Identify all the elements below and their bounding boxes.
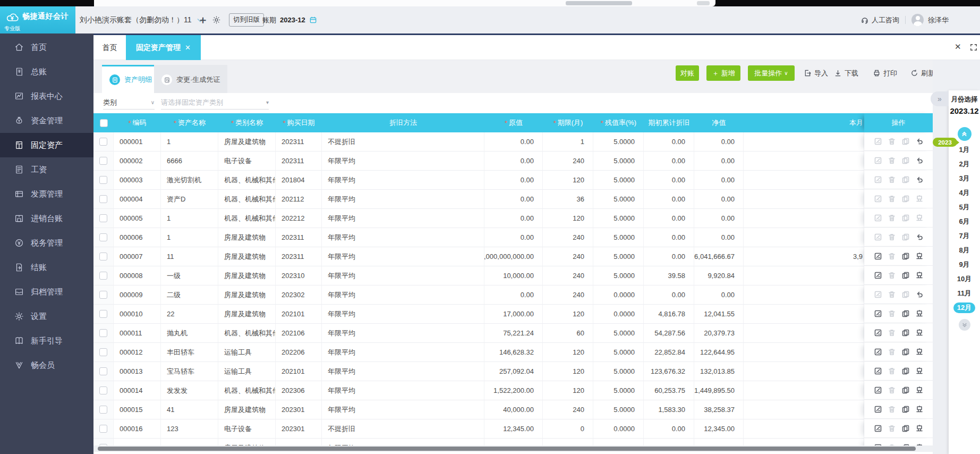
row-checkbox[interactable]	[99, 348, 107, 356]
undo-icon[interactable]	[915, 156, 924, 165]
download-button[interactable]: 下载	[834, 65, 858, 81]
user-name[interactable]: 徐泽华	[928, 15, 949, 25]
sidebar-item-report[interactable]: 报表中心	[0, 84, 93, 108]
clean-icon[interactable]	[915, 252, 924, 260]
edit-icon[interactable]	[874, 424, 882, 433]
voucher-icon[interactable]	[901, 386, 910, 394]
undo-icon[interactable]	[915, 137, 924, 146]
undo-icon[interactable]	[915, 175, 924, 184]
scroll-up-icon[interactable]	[958, 127, 972, 141]
sidebar-item-invoice[interactable]: 发票管理	[0, 182, 93, 206]
row-checkbox[interactable]	[99, 386, 107, 394]
edit-icon[interactable]	[874, 386, 882, 394]
horizontal-scrollbar[interactable]	[93, 445, 933, 452]
subtab-asset-detail[interactable]: 资产明细	[102, 65, 159, 93]
clean-icon[interactable]	[915, 348, 924, 356]
edit-icon[interactable]	[874, 329, 882, 337]
month-item-4[interactable]: 4月	[949, 186, 980, 200]
month-item-11[interactable]: 11月	[949, 286, 980, 300]
row-checkbox[interactable]	[99, 176, 107, 184]
category-type-select[interactable]: 类别 ∨	[103, 96, 155, 110]
undo-icon[interactable]	[915, 290, 924, 299]
add-account-button[interactable]: ＋	[198, 6, 208, 33]
sidebar-item-ledger[interactable]: 总账	[0, 60, 93, 84]
add-button[interactable]: ＋新增	[706, 65, 740, 81]
voucher-icon[interactable]	[901, 405, 910, 414]
support-link[interactable]: 人工咨询	[860, 15, 899, 25]
undo-icon[interactable]	[915, 233, 924, 241]
refresh-button[interactable]: 刷新	[910, 65, 935, 81]
scroll-down-icon[interactable]	[959, 319, 970, 331]
row-checkbox[interactable]	[99, 310, 107, 318]
sidebar-item-closing[interactable]: 结账	[0, 255, 93, 280]
clean-icon[interactable]	[915, 443, 924, 445]
month-item-7[interactable]: 7月	[949, 229, 980, 243]
sidebar-item-inventory[interactable]: 进销台账	[0, 206, 93, 231]
clean-icon[interactable]	[915, 309, 924, 318]
edit-icon[interactable]	[874, 271, 882, 280]
sidebar-item-fund[interactable]: 资金管理	[0, 108, 93, 133]
print-button[interactable]: 打印	[873, 65, 897, 81]
collapse-panel-handle[interactable]: »	[931, 91, 949, 106]
month-item-3[interactable]: 3月	[949, 171, 980, 186]
close-icon[interactable]: ✕	[955, 42, 961, 52]
row-checkbox[interactable]	[99, 272, 107, 280]
sidebar-item-archive[interactable]: 归档管理	[0, 280, 93, 304]
import-button[interactable]: 导入	[804, 65, 828, 81]
switch-old-version-button[interactable]: 切到旧版	[229, 13, 264, 27]
gear-icon[interactable]	[212, 6, 221, 33]
voucher-icon[interactable]	[901, 443, 910, 445]
account-selector[interactable]: 刘小艳演示账套（勿删勿动！）11	[80, 6, 203, 33]
month-item-2[interactable]: 2月	[949, 157, 980, 171]
row-checkbox[interactable]	[99, 157, 107, 165]
batch-actions-button[interactable]: 批量操作∨	[748, 65, 795, 81]
voucher-icon[interactable]	[901, 309, 910, 318]
row-checkbox[interactable]	[99, 406, 107, 414]
sidebar-item-home[interactable]: 首页	[0, 35, 93, 60]
edit-icon[interactable]	[874, 309, 882, 318]
row-checkbox[interactable]	[99, 233, 107, 241]
edit-icon[interactable]	[874, 348, 882, 356]
horizontal-scrollbar-thumb[interactable]	[98, 447, 916, 451]
month-item-6[interactable]: 6月	[949, 214, 980, 229]
row-checkbox[interactable]	[99, 195, 107, 203]
sidebar-item-member[interactable]: 畅会员	[0, 353, 93, 377]
voucher-icon[interactable]	[901, 348, 910, 356]
row-checkbox[interactable]	[99, 138, 107, 146]
voucher-icon[interactable]	[901, 329, 910, 337]
clean-icon[interactable]	[915, 424, 924, 433]
voucher-icon[interactable]	[901, 424, 910, 433]
sidebar-item-guide[interactable]: 新手引导	[0, 329, 93, 353]
edit-icon[interactable]	[874, 252, 882, 260]
row-checkbox[interactable]	[99, 214, 107, 222]
row-checkbox[interactable]	[99, 253, 107, 260]
row-checkbox[interactable]	[99, 367, 107, 375]
sidebar-item-asset[interactable]: 固定资产	[0, 133, 93, 157]
period-selector[interactable]: 账期 2023-12	[262, 6, 317, 33]
row-checkbox[interactable]	[99, 425, 107, 433]
avatar[interactable]	[911, 14, 924, 26]
month-item-8[interactable]: 8月	[949, 243, 980, 257]
select-all-checkbox[interactable]	[100, 119, 108, 127]
voucher-icon[interactable]	[901, 367, 910, 375]
row-checkbox[interactable]	[99, 291, 107, 299]
month-item-5[interactable]: 5月	[949, 200, 980, 214]
tab-home[interactable]: 首页	[93, 35, 126, 60]
clean-icon[interactable]	[915, 271, 924, 280]
subtab-change-voucher[interactable]: 变更·生成凭证	[154, 65, 227, 93]
tab-close-icon[interactable]: ✕	[185, 44, 191, 52]
sidebar-item-tax[interactable]: 税务管理	[0, 231, 93, 255]
expand-icon[interactable]	[970, 44, 977, 51]
clean-icon[interactable]	[915, 367, 924, 375]
sidebar-item-payroll[interactable]: 工资	[0, 157, 93, 182]
reconcile-button[interactable]: 对账	[676, 65, 699, 81]
edit-icon[interactable]	[874, 405, 882, 414]
clean-icon[interactable]	[915, 386, 924, 394]
row-checkbox[interactable]	[99, 329, 107, 337]
month-item-9[interactable]: 9月	[949, 257, 980, 272]
edit-icon[interactable]	[874, 367, 882, 375]
clean-icon[interactable]	[915, 405, 924, 414]
voucher-icon[interactable]	[901, 271, 910, 280]
tab-fixed-assets[interactable]: 固定资产管理 ✕	[126, 35, 201, 60]
voucher-icon[interactable]	[901, 252, 910, 260]
